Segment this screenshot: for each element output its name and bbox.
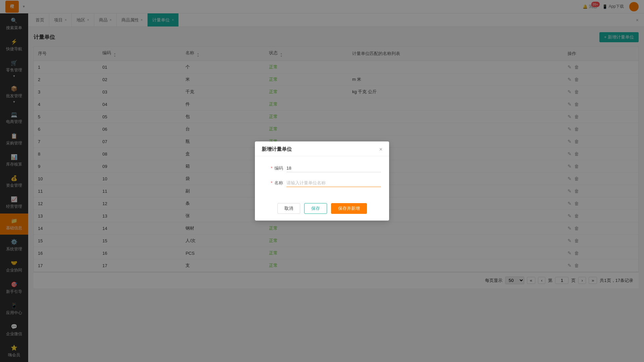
- modal-footer: 取消 保存 保存并新增: [255, 199, 389, 221]
- modal-title: 新增计量单位: [262, 146, 292, 153]
- name-label: * 名称: [263, 180, 283, 186]
- modal-close-button[interactable]: ×: [379, 146, 382, 153]
- add-unit-modal: 新增计量单位 × * 编码 * 名称 取消 保存 保存并新增: [255, 141, 389, 221]
- name-form-row: * 名称: [263, 179, 381, 187]
- modal-overlay: 新增计量单位 × * 编码 * 名称 取消 保存 保存并新增: [0, 0, 644, 362]
- cancel-button[interactable]: 取消: [277, 203, 300, 214]
- save-button[interactable]: 保存: [304, 203, 327, 214]
- code-label: * 编码: [263, 165, 283, 171]
- save-and-new-button[interactable]: 保存并新增: [331, 203, 367, 214]
- code-required-mark: *: [271, 166, 272, 171]
- modal-body: * 编码 * 名称: [255, 156, 389, 199]
- code-form-row: * 编码: [263, 164, 381, 172]
- name-required-mark: *: [271, 180, 272, 185]
- code-input[interactable]: [286, 164, 381, 172]
- modal-header: 新增计量单位 ×: [255, 141, 389, 156]
- name-input[interactable]: [286, 179, 381, 187]
